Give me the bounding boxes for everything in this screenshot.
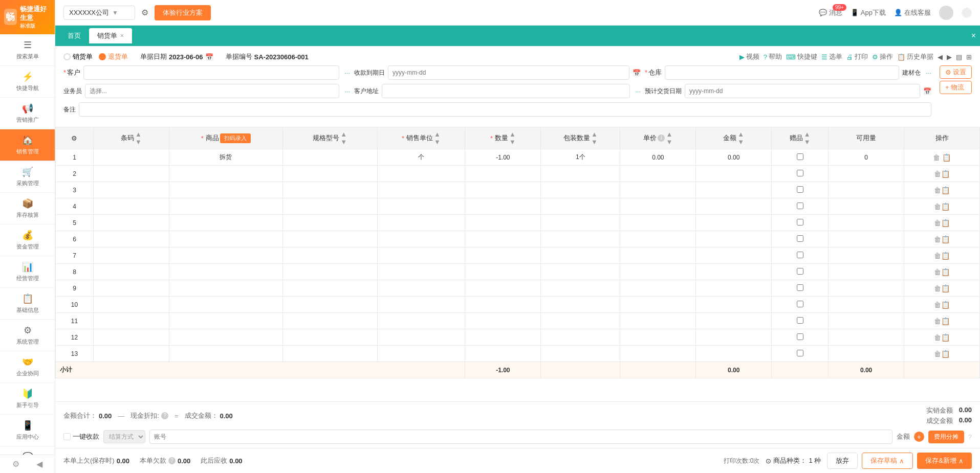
message-button[interactable]: 💬 消息 99+: [819, 8, 842, 17]
sidebar-item-marketing[interactable]: 📢 营销推广: [0, 98, 55, 129]
copy-icon[interactable]: 📋: [941, 235, 950, 243]
action-history[interactable]: 📋历史单据: [897, 52, 933, 61]
sidebar-item-basic[interactable]: 📋 基础信息: [0, 288, 55, 320]
delete-icon[interactable]: 🗑: [934, 333, 941, 342]
gift-checkbox[interactable]: [797, 186, 803, 193]
gift-checkbox[interactable]: [797, 333, 803, 340]
sidebar-item-wechat[interactable]: 💬 企业微信: [0, 446, 55, 455]
sidebar-item-apps[interactable]: 📱 应用中心: [0, 415, 55, 446]
row-barcode[interactable]: [93, 149, 169, 166]
sidebar-item-operations[interactable]: 📊 经营管理: [0, 256, 55, 288]
sidebar-item-enterprise[interactable]: 🤝 企业协同: [0, 351, 55, 383]
copy-icon[interactable]: 📋: [941, 268, 950, 276]
delete-icon[interactable]: 🗑: [934, 170, 941, 178]
tab-home[interactable]: 首页: [59, 27, 89, 44]
customer-more-icon[interactable]: ···: [344, 69, 350, 77]
action-help[interactable]: ?帮助: [764, 52, 782, 61]
copy-icon[interactable]: 📋: [941, 170, 950, 178]
copy-icon[interactable]: 📋: [941, 252, 950, 260]
copy-icon[interactable]: 📋: [941, 301, 950, 309]
sidebar-item-guide[interactable]: 🔰 新手引导: [0, 383, 55, 415]
delete-icon[interactable]: 🗑: [934, 268, 941, 276]
row-qty[interactable]: -1.00: [465, 149, 541, 166]
salesperson-more-icon[interactable]: ···: [344, 87, 350, 95]
one-click-pay-item[interactable]: 一键收款: [63, 432, 99, 441]
save-draft-button[interactable]: 保存草稿 ∧: [862, 453, 913, 469]
gift-checkbox[interactable]: [797, 252, 803, 258]
address-more-icon[interactable]: ···: [635, 87, 641, 95]
expected-delivery-input[interactable]: [685, 84, 920, 98]
gift-checkbox[interactable]: [797, 268, 803, 275]
sidebar-item-sales[interactable]: 🏠 销售管理: [0, 129, 55, 161]
th-config[interactable]: ⚙: [56, 127, 94, 149]
gift-checkbox[interactable]: [797, 235, 803, 242]
salesperson-input[interactable]: [85, 84, 339, 98]
delete-icon[interactable]: 🗑: [934, 252, 941, 260]
online-support-button[interactable]: 👤 在线客服: [894, 8, 931, 17]
row-spec[interactable]: [282, 149, 377, 166]
customer-input[interactable]: [83, 65, 339, 80]
calendar-icon[interactable]: 📅: [205, 53, 213, 61]
sidebar-settings-icon[interactable]: ⚙: [12, 459, 19, 469]
delete-icon[interactable]: 🗑: [934, 219, 941, 227]
add-row-button[interactable]: +: [914, 432, 924, 442]
gift-checkbox[interactable]: [797, 219, 803, 226]
action-print[interactable]: 🖨打印: [846, 52, 868, 61]
action-ops[interactable]: ⚙操作: [872, 52, 893, 61]
radio-sale[interactable]: 销货单: [63, 52, 93, 61]
scan-button[interactable]: 扫码录入: [220, 133, 251, 143]
app-download-button[interactable]: 📱 App下载: [851, 8, 886, 17]
expense-help-icon[interactable]: ?: [968, 433, 972, 441]
row-gift[interactable]: [772, 149, 829, 166]
sidebar-collapse-icon[interactable]: ◀: [36, 459, 42, 469]
gift-checkbox[interactable]: [797, 301, 803, 307]
copy-icon[interactable]: 📋: [941, 317, 950, 325]
copy-icon[interactable]: 📋: [941, 202, 950, 211]
customer-address-input[interactable]: [382, 84, 630, 98]
due-date-input[interactable]: [388, 65, 629, 80]
action-view2[interactable]: ⊞: [966, 53, 972, 61]
row-price[interactable]: 0.00: [620, 149, 696, 166]
expected-delivery-calendar-icon[interactable]: 📅: [923, 87, 931, 95]
barcode-input[interactable]: [98, 154, 165, 161]
warehouse-more-icon[interactable]: ···: [926, 69, 931, 77]
gift-checkbox[interactable]: [797, 170, 803, 176]
copy-icon[interactable]: 📋: [941, 284, 950, 292]
discount-info-icon[interactable]: ?: [161, 412, 168, 419]
gift-checkbox[interactable]: [797, 350, 803, 356]
warehouse-input[interactable]: [665, 65, 899, 80]
action-view1[interactable]: ▤: [956, 53, 962, 61]
gift-checkbox[interactable]: [797, 202, 803, 209]
sidebar-item-system[interactable]: ⚙ 系统管理: [0, 320, 55, 351]
discard-button[interactable]: 放弃: [827, 453, 858, 469]
delete-icon[interactable]: 🗑: [934, 186, 941, 194]
delete-icon[interactable]: 🗑: [934, 350, 941, 358]
sidebar-item-inventory[interactable]: 📦 库存核算: [0, 193, 55, 224]
setting-button[interactable]: ⚙ 设置: [940, 65, 972, 79]
avatar[interactable]: [939, 6, 953, 20]
delete-icon[interactable]: 🗑: [934, 317, 941, 325]
action-video[interactable]: ▶视频: [739, 52, 759, 61]
trial-button[interactable]: 体验行业方案: [155, 5, 211, 20]
action-prev[interactable]: ◀: [938, 53, 943, 61]
notes-input[interactable]: [79, 102, 931, 117]
sidebar-item-search[interactable]: ☰ 搜索菜单: [0, 34, 55, 66]
action-select[interactable]: ☰选单: [821, 52, 842, 61]
copy-icon[interactable]: 📋: [941, 219, 950, 227]
copy-icon[interactable]: 📋: [941, 350, 950, 358]
gift-checkbox[interactable]: [797, 284, 803, 291]
gift-checkbox[interactable]: [797, 153, 803, 160]
due-date-calendar-icon[interactable]: 📅: [633, 69, 641, 77]
sidebar-item-purchase[interactable]: 🛒 采购管理: [0, 161, 55, 193]
action-next[interactable]: ▶: [947, 53, 952, 61]
delete-icon[interactable]: 🗑: [934, 235, 941, 243]
action-shortcut[interactable]: ⌨快捷键: [786, 52, 817, 61]
company-selector[interactable]: XXXXXX公司 ▼: [63, 6, 135, 20]
save-new-button[interactable]: 保存&新增 ∧: [917, 453, 972, 469]
tab-current[interactable]: 销货单 ×: [89, 28, 132, 43]
delete-icon[interactable]: 🗑: [934, 301, 941, 309]
delete-icon[interactable]: 🗑: [934, 202, 941, 211]
price-info-icon[interactable]: i: [658, 134, 665, 142]
tab-bar-close-icon[interactable]: ×: [971, 31, 976, 40]
gift-checkbox[interactable]: [797, 317, 803, 324]
